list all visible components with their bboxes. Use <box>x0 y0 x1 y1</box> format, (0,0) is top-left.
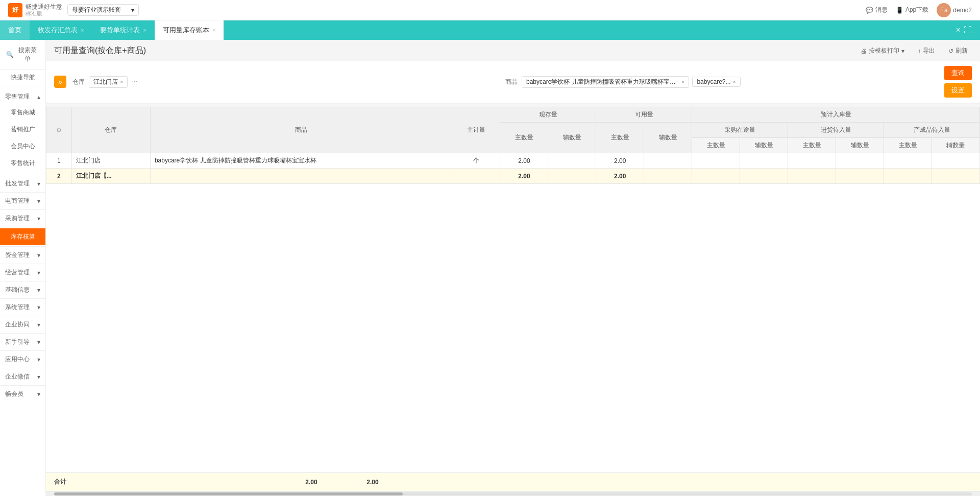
col-arrival-main: 主数量 <box>788 138 836 153</box>
sidebar-divider-14 <box>0 385 45 386</box>
horizontal-scrollbar[interactable] <box>46 491 980 496</box>
col-prod-aux: 辅数量 <box>932 138 979 153</box>
warehouse-tag-close[interactable]: × <box>120 79 123 85</box>
search-menu-btn[interactable]: 🔍 搜索菜单 <box>4 44 41 65</box>
query-btn[interactable]: 查询 <box>944 66 972 80</box>
chevron-down-icon: ▾ <box>37 215 40 222</box>
sidebar-divider-11 <box>0 333 45 334</box>
sidebar-wechat-header[interactable]: 企业微信 ▾ <box>0 369 45 384</box>
row2-arrival-aux <box>836 169 884 184</box>
sidebar-finance-header[interactable]: 资金管理 ▾ <box>0 248 45 263</box>
chevron-down-icon: ▾ <box>37 180 40 187</box>
filter-bar: » 仓库 江北门店 × ··· 商品 b <box>46 61 980 103</box>
chevron-down-icon: ▾ <box>37 269 40 276</box>
chevron-down-icon: ▾ <box>131 7 134 14</box>
sidebar-divider-7 <box>0 264 45 264</box>
tab-receive-close[interactable]: × <box>81 27 84 33</box>
row1-purchase-main <box>692 153 740 169</box>
scrollbar-thumb[interactable] <box>54 492 403 495</box>
industry-selector[interactable]: 母婴行业演示账套 ▾ <box>67 4 139 16</box>
sidebar-item-member[interactable]: 会员中心 <box>0 138 45 155</box>
message-btn[interactable]: 💬 消息 <box>866 6 888 14</box>
product-tag-1[interactable]: babycare学饮杯 儿童防摔防撞吸管杯重力球吸嘴杯宝宝水杯 × <box>522 76 689 88</box>
sidebar-item-retail-mall[interactable]: 零售商城 <box>0 104 45 121</box>
row2-warehouse: 江北门店【... <box>71 169 150 184</box>
tab-home[interactable]: 首页 <box>0 20 30 40</box>
sidebar-basic-header[interactable]: 基础信息 ▾ <box>0 282 45 297</box>
settings-btn[interactable]: 设置 <box>944 83 972 98</box>
sidebar-item-retail-stats[interactable]: 零售统计 <box>0 155 45 172</box>
chevron-down-icon: ▾ <box>37 321 40 328</box>
chevron-down-icon: ▾ <box>901 48 904 55</box>
tab-available[interactable]: 可用量库存账本 × <box>155 20 224 40</box>
sidebar-appcenter-header[interactable]: 应用中心 ▾ <box>0 352 45 367</box>
row2-idx: 2 <box>46 169 72 184</box>
chevron-down-icon: ▾ <box>37 287 40 294</box>
row2-unit <box>452 169 500 184</box>
col-incoming-header: 预计入库量 <box>692 107 980 123</box>
product-tag2-close[interactable]: × <box>732 79 736 85</box>
sidebar-divider-12 <box>0 350 45 351</box>
sidebar-wholesale-header[interactable]: 批发管理 ▾ <box>0 176 45 191</box>
sidebar-divider-10 <box>0 316 45 316</box>
sidebar-item-marketing[interactable]: 营销推广 <box>0 121 45 138</box>
refresh-btn[interactable]: ↺ 刷新 <box>944 45 972 57</box>
sidebar-purchase-header[interactable]: 采购管理 ▾ <box>0 211 45 226</box>
tab-available-close[interactable]: × <box>212 27 215 33</box>
sidebar-ecommerce-header[interactable]: 电商管理 ▾ <box>0 194 45 208</box>
sidebar-operation-header[interactable]: 经营管理 ▾ <box>0 265 45 280</box>
logo-text: 畅捷通好生意 标准版 <box>26 3 62 17</box>
expand-btn[interactable]: ⛶ <box>964 26 972 35</box>
warehouse-more[interactable]: ··· <box>131 77 137 86</box>
export-btn[interactable]: ↑ 导出 <box>914 45 939 57</box>
col-purchase-main: 主数量 <box>692 138 740 153</box>
print-icon: 🖨 <box>861 48 867 55</box>
table-row-subtotal: 2 江北门店【... 2.00 2.00 <box>46 169 980 184</box>
table-footer: 合计 2.00 2.00 <box>46 473 980 491</box>
app-download-btn[interactable]: 📱 App下载 <box>896 6 928 14</box>
product-tag-2[interactable]: babycare?... × <box>692 77 740 87</box>
sidebar-quick-nav[interactable]: 快捷导航 <box>0 70 45 85</box>
row1-warehouse: 江北门店 <box>71 153 150 169</box>
row1-unit: 个 <box>452 153 500 169</box>
col-stock-header: 现存量 <box>500 107 596 123</box>
sidebar-retail-header[interactable]: 零售管理 ▴ <box>0 89 45 104</box>
footer-avail-main: 2.00 <box>357 479 388 486</box>
tab-order-stats[interactable]: 要货单统计表 × <box>92 20 154 40</box>
close-all-tabs-btn[interactable]: × <box>956 26 961 35</box>
tab-order-stats-close[interactable]: × <box>143 27 146 33</box>
message-icon: 💬 <box>866 7 873 14</box>
chevron-down-icon: ▾ <box>37 356 40 363</box>
sidebar: 🔍 搜索菜单 快捷导航 零售管理 ▴ 零售商城 营销推广 会员中心 零售统计 批… <box>0 40 46 496</box>
page-title: 可用量查询(按仓库+商品) <box>54 45 146 56</box>
print-btn[interactable]: 🖨 按模板打印 ▾ <box>856 45 909 57</box>
warehouse-tag[interactable]: 江北门店 × <box>89 76 128 88</box>
row1-prod-main <box>884 153 932 169</box>
row2-stock-aux <box>548 169 596 184</box>
tab-receive[interactable]: 收发存汇总表 × <box>30 20 92 40</box>
col-gear[interactable]: ⚙ <box>46 107 72 153</box>
sidebar-enterprise-header[interactable]: 企业协同 ▾ <box>0 317 45 332</box>
product-tag1-close[interactable]: × <box>681 79 684 85</box>
chevron-down-icon: ▾ <box>37 391 40 398</box>
warehouse-tags: 江北门店 × ··· <box>89 76 505 88</box>
row2-purchase-main <box>692 169 740 184</box>
logo: 好 畅捷通好生意 标准版 <box>8 3 62 17</box>
sidebar-search: 🔍 搜索菜单 <box>0 40 45 70</box>
sidebar-system-header[interactable]: 系统管理 ▾ <box>0 300 45 315</box>
sidebar-newbie-header[interactable]: 新手引导 ▾ <box>0 335 45 349</box>
layout: 🔍 搜索菜单 快捷导航 零售管理 ▴ 零售商城 营销推广 会员中心 零售统计 批… <box>0 40 980 496</box>
row2-product <box>150 169 452 184</box>
logo-icon: 好 <box>8 3 22 17</box>
row2-prod-main <box>884 169 932 184</box>
sidebar-item-inventory[interactable]: 库存核算 <box>0 228 45 245</box>
scrollbar-track <box>54 492 972 495</box>
search-icon: 🔍 <box>6 51 14 58</box>
sidebar-member-header[interactable]: 畅会员 ▾ <box>0 387 45 401</box>
user-menu[interactable]: Ea demo2 <box>937 3 972 17</box>
row1-avail-aux <box>644 153 692 169</box>
table-body: 1 江北门店 babycare学饮杯 儿童防摔防撞吸管杯重力球吸嘴杯宝宝水杯 个… <box>46 153 980 184</box>
top-bar: 好 畅捷通好生意 标准版 母婴行业演示账套 ▾ 💬 消息 📱 App下载 Ea … <box>0 0 980 20</box>
top-bar-left: 好 畅捷通好生意 标准版 母婴行业演示账套 ▾ <box>8 3 139 17</box>
filter-toggle-btn[interactable]: » <box>54 76 66 88</box>
